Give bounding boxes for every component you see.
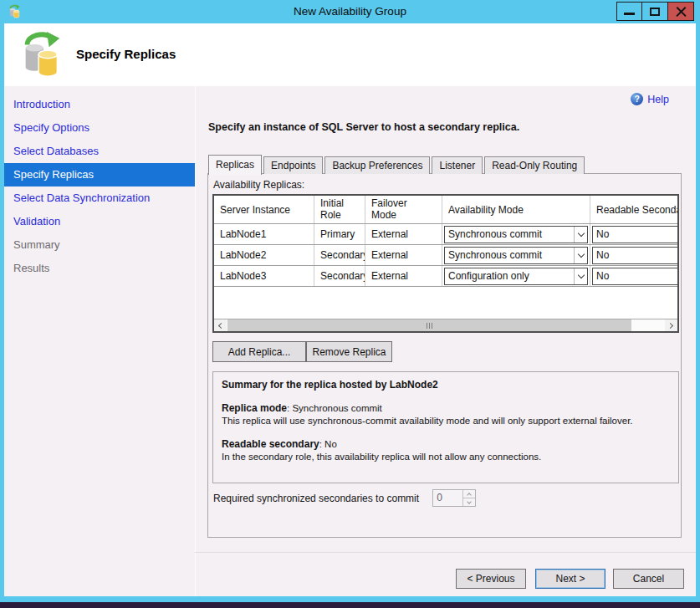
readable-secondary-label: Readable secondary bbox=[222, 438, 319, 450]
availability-group-icon bbox=[18, 30, 66, 79]
column-header-initial-role[interactable]: Initial Role bbox=[314, 196, 365, 223]
maximize-icon bbox=[650, 8, 660, 16]
chevron-down-icon[interactable] bbox=[574, 268, 587, 284]
dropdown-value: Synchronous commit bbox=[445, 249, 574, 261]
page-title: Specify Replicas bbox=[76, 47, 176, 61]
dropdown-value: Synchronous commit bbox=[445, 228, 574, 240]
readable-secondary-line: Readable secondary: No bbox=[222, 438, 670, 450]
scroll-right-button[interactable] bbox=[665, 319, 677, 331]
tab-endpoints[interactable]: Endpoints bbox=[263, 156, 323, 174]
column-header-readable-secondary[interactable]: Readable Secondary bbox=[590, 196, 679, 223]
chevron-up-icon bbox=[467, 493, 472, 498]
availability-replicas-label: Availability Replicas: bbox=[213, 179, 304, 191]
quantity-stepper[interactable]: 0 bbox=[432, 489, 476, 507]
chevron-down-icon[interactable] bbox=[574, 227, 587, 243]
cell-initial-role: Secondary bbox=[314, 245, 365, 265]
replicas-tab-panel: Availability Replicas: Server Instance I… bbox=[207, 173, 682, 538]
availability-mode-dropdown[interactable]: Synchronous commit bbox=[444, 247, 588, 264]
availability-mode-dropdown[interactable]: Synchronous commit bbox=[444, 226, 588, 243]
tab-read-only-routing[interactable]: Read-Only Routing bbox=[484, 156, 585, 174]
cell-server-instance: LabNode2 bbox=[214, 245, 314, 265]
help-icon: ? bbox=[631, 93, 643, 105]
grid-header-row: Server Instance Initial Role Failover Mo… bbox=[214, 196, 679, 224]
main-pane: ? Help Specify an instance of SQL Server… bbox=[196, 86, 696, 596]
wizard-header: Specify Replicas bbox=[4, 23, 696, 86]
cell-readable-secondary: No bbox=[590, 224, 679, 244]
wizard-body: Introduction Specify Options Select Data… bbox=[4, 86, 696, 596]
cell-availability-mode: Synchronous commit bbox=[442, 245, 590, 265]
tab-replicas[interactable]: Replicas bbox=[208, 155, 262, 175]
help-link[interactable]: ? Help bbox=[631, 93, 669, 105]
sidebar-item-results: Results bbox=[4, 257, 195, 280]
cell-failover-mode: External bbox=[365, 266, 442, 286]
add-replica-button[interactable]: Add Replica... bbox=[212, 341, 306, 362]
table-row[interactable]: LabNode3 Secondary External Configuratio… bbox=[214, 266, 679, 287]
cell-server-instance: LabNode1 bbox=[214, 224, 314, 244]
chevron-left-icon bbox=[218, 322, 224, 328]
commit-spinner-label: Required synchronized secondaries to com… bbox=[213, 493, 419, 504]
new-availability-group-window: New Availability Group Specify Replicas … bbox=[0, 0, 700, 602]
window-title: New Availability Group bbox=[0, 0, 700, 23]
remove-replica-button[interactable]: Remove Replica bbox=[306, 341, 392, 362]
tabstrip: Replicas Endpoints Backup Preferences Li… bbox=[208, 154, 586, 174]
sidebar-item-validation[interactable]: Validation bbox=[4, 210, 195, 233]
sidebar-item-introduction[interactable]: Introduction bbox=[4, 93, 195, 116]
replica-mode-value: : Synchronous commit bbox=[287, 403, 382, 413]
horizontal-scrollbar[interactable] bbox=[214, 319, 677, 331]
sidebar-item-summary: Summary bbox=[4, 233, 195, 257]
minimize-icon bbox=[624, 13, 635, 15]
scrollbar-track[interactable] bbox=[227, 319, 665, 331]
cell-initial-role: Primary bbox=[314, 224, 365, 244]
chevron-down-icon[interactable] bbox=[574, 248, 587, 263]
stepper-down-button[interactable] bbox=[463, 498, 475, 506]
cell-failover-mode: External bbox=[365, 224, 442, 244]
readable-secondary-dropdown[interactable]: No bbox=[592, 226, 679, 243]
chevron-down-icon bbox=[467, 499, 472, 504]
stepper-value: 0 bbox=[433, 490, 462, 506]
readable-secondary-dropdown[interactable]: No bbox=[592, 247, 679, 264]
stepper-up-button[interactable] bbox=[463, 490, 475, 498]
cancel-button[interactable]: Cancel bbox=[613, 569, 684, 589]
close-button[interactable] bbox=[668, 2, 694, 21]
sidebar-item-select-data-synchronization[interactable]: Select Data Synchronization bbox=[4, 186, 195, 210]
minimize-button[interactable] bbox=[616, 2, 642, 21]
page-instruction: Specify an instance of SQL Server to hos… bbox=[208, 121, 519, 133]
replica-mode-description: This replica will use synchronous-commit… bbox=[222, 415, 670, 427]
cell-failover-mode: External bbox=[365, 245, 442, 265]
titlebar[interactable]: New Availability Group bbox=[0, 0, 700, 23]
table-row[interactable]: LabNode1 Primary External Synchronous co… bbox=[214, 224, 679, 245]
replica-mode-line: Replica mode: Synchronous commit bbox=[222, 402, 670, 414]
sidebar-item-specify-options[interactable]: Specify Options bbox=[4, 116, 195, 140]
column-header-label: Initial Role bbox=[320, 198, 365, 221]
cell-readable-secondary: No bbox=[590, 245, 679, 265]
scrollbar-thumb[interactable] bbox=[227, 319, 631, 331]
maximize-button[interactable] bbox=[642, 2, 668, 21]
close-icon bbox=[675, 5, 687, 18]
replica-mode-label: Replica mode bbox=[222, 402, 287, 414]
tab-backup-preferences[interactable]: Backup Preferences bbox=[324, 156, 430, 174]
availability-replicas-grid: Server Instance Initial Role Failover Mo… bbox=[212, 194, 679, 333]
column-header-availability-mode[interactable]: Availability Mode bbox=[442, 196, 590, 223]
tab-listener[interactable]: Listener bbox=[432, 156, 483, 174]
help-label: Help bbox=[647, 94, 669, 105]
scroll-left-button[interactable] bbox=[214, 319, 227, 331]
column-header-server-instance[interactable]: Server Instance bbox=[214, 196, 314, 223]
cell-initial-role: Secondary bbox=[314, 266, 365, 286]
stepper-arrows bbox=[462, 490, 475, 506]
column-header-failover-mode[interactable]: Failover Mode bbox=[365, 196, 442, 223]
footer-divider bbox=[195, 552, 696, 553]
sidebar-item-select-databases[interactable]: Select Databases bbox=[4, 140, 195, 163]
readable-secondary-dropdown[interactable]: No bbox=[592, 268, 679, 285]
cell-availability-mode: Configuration only bbox=[442, 266, 590, 286]
sidebar-item-specify-replicas[interactable]: Specify Replicas bbox=[4, 163, 195, 186]
wizard-steps-sidebar: Introduction Specify Options Select Data… bbox=[4, 86, 195, 596]
previous-button[interactable]: < Previous bbox=[456, 569, 526, 589]
commit-spinner-row: Required synchronized secondaries to com… bbox=[213, 489, 476, 507]
table-row[interactable]: LabNode2 Secondary External Synchronous … bbox=[214, 245, 679, 266]
chevron-right-icon bbox=[667, 322, 673, 328]
next-button[interactable]: Next > bbox=[535, 569, 605, 589]
replica-summary-box: Summary for the replica hosted by LabNod… bbox=[212, 371, 679, 483]
cell-server-instance: LabNode3 bbox=[214, 266, 314, 286]
availability-mode-dropdown[interactable]: Configuration only bbox=[444, 268, 588, 285]
dropdown-value: Configuration only bbox=[445, 270, 574, 282]
